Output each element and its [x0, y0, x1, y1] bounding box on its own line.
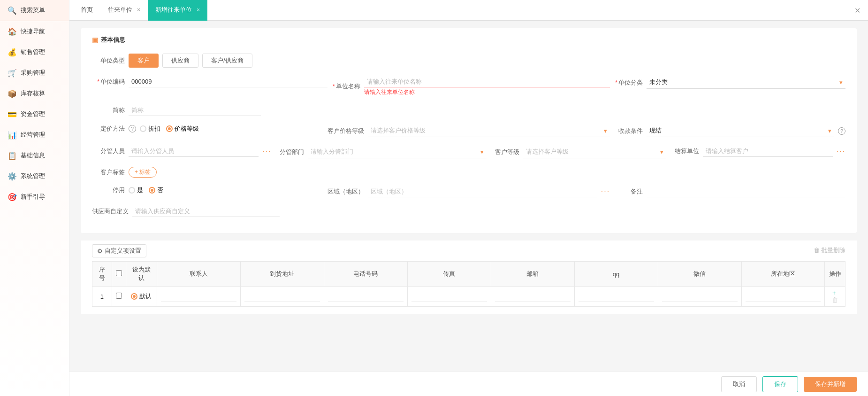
add-tag-button[interactable]: + 标签 — [129, 167, 157, 178]
disable-radio-yes[interactable]: 是 — [129, 186, 143, 194]
customize-button[interactable]: ⚙ 自定义项设置 — [92, 244, 146, 257]
tab-contacts[interactable]: 往来单位 × — [100, 0, 148, 21]
sidebar-item-quicknav[interactable]: 🏠 快捷导航 — [0, 21, 69, 42]
cell-seq: 1 — [92, 287, 112, 307]
region-more-icon[interactable]: ··· — [601, 187, 610, 196]
contact-table-section: ⚙ 自定义项设置 🗑 批量删除 序号 设为默认 联系人 到货地址 电话 — [81, 241, 857, 314]
address-input[interactable] — [244, 291, 320, 302]
tab-add-contact-close[interactable]: × — [197, 7, 200, 13]
sidebar-item-sales[interactable]: 💰 销售管理 — [0, 42, 69, 62]
footer: 取消 保存 保存并新增 — [69, 372, 868, 396]
department-select[interactable]: 请输入分管部门 ▾ — [308, 146, 487, 158]
manager-more-icon[interactable]: ··· — [262, 147, 271, 155]
payment-help-icon[interactable]: ? — [838, 127, 845, 135]
tab-add-contact-label: 新增往来单位 — [155, 6, 192, 14]
window-close-button[interactable]: ✕ — [854, 6, 860, 15]
sales-icon: 💰 — [8, 47, 17, 57]
type-btn-customer[interactable]: 客户 — [129, 54, 159, 68]
sidebar-item-basic[interactable]: 📋 基础信息 — [0, 145, 69, 166]
add-row-icon[interactable]: + — [832, 289, 836, 296]
manager-input[interactable] — [129, 146, 259, 157]
cell-phone — [324, 287, 407, 307]
type-btn-supplier[interactable]: 供应商 — [162, 54, 198, 68]
region-field: 区域（地区） ··· — [327, 186, 610, 197]
unit-type-field: 单位类型 客户 供应商 客户/供应商 — [92, 54, 845, 68]
sidebar-item-purchase[interactable]: 🛒 采购管理 — [0, 62, 69, 83]
radio-level-circle — [166, 125, 173, 132]
delete-row-icon[interactable]: 🗑 — [832, 296, 838, 303]
settlement-unit-input[interactable] — [703, 146, 833, 157]
cell-qq — [574, 287, 658, 307]
chevron-down-icon: ▾ — [839, 79, 843, 86]
remark-input[interactable] — [647, 186, 845, 197]
chevron-down-icon3: ▾ — [828, 127, 831, 134]
sidebar-item-newguide[interactable]: 🎯 新手引导 — [0, 186, 69, 207]
sidebar-item-inventory[interactable]: 📦 库存核算 — [0, 83, 69, 104]
remark-label: 备注 — [610, 187, 643, 196]
customer-level-placeholder: 请选择客户等级 — [526, 148, 569, 156]
email-input[interactable] — [495, 291, 571, 302]
qq-input[interactable] — [579, 291, 654, 302]
tab-home[interactable]: 首页 — [73, 0, 100, 21]
col-phone: 电话号码 — [324, 262, 407, 287]
unit-code-input[interactable] — [129, 76, 327, 87]
type-btn-both[interactable]: 客户/供应商 — [202, 54, 252, 68]
sidebar-item-operations[interactable]: 📊 经营管理 — [0, 124, 69, 145]
section-title: ▣ 基本信息 — [92, 36, 845, 44]
customer-price-select[interactable]: 请选择客户价格等级 ▾ — [368, 124, 610, 137]
customer-price-field: 客户价格等级 请选择客户价格等级 ▾ — [327, 124, 610, 137]
pricing-help-icon[interactable]: ? — [129, 125, 136, 132]
phone-input[interactable] — [328, 291, 404, 302]
fax-input[interactable] — [411, 291, 487, 302]
customer-level-select[interactable]: 请选择客户等级 ▾ — [523, 146, 666, 158]
sidebar-item-search[interactable]: 🔍 搜索菜单 — [0, 0, 69, 21]
wechat-input[interactable] — [662, 291, 738, 302]
row-checkbox[interactable] — [116, 293, 122, 299]
contact-input[interactable] — [161, 291, 236, 302]
customer-price-placeholder: 请选择客户价格等级 — [371, 126, 426, 135]
unit-name-label: 单位名称 — [327, 82, 360, 91]
col-wechat: 微信 — [658, 262, 741, 287]
code-name-row: 单位编码 单位名称 请输入往来单位名称 单位分类 未分类 ▾ — [92, 76, 845, 96]
page-content: ▣ 基本信息 单位类型 客户 供应商 客户/供应商 单位编码 — [69, 21, 868, 372]
tab-add-contact[interactable]: 新增往来单位 × — [148, 0, 207, 21]
unit-category-label: 单位分类 — [610, 78, 643, 87]
unit-name-input[interactable] — [364, 76, 610, 87]
short-name-label: 简称 — [92, 106, 125, 115]
col-contact: 联系人 — [157, 262, 241, 287]
cell-address — [240, 287, 324, 307]
pricing-radio-level[interactable]: 价格等级 — [166, 124, 199, 133]
cell-email — [491, 287, 574, 307]
disable-radio-no[interactable]: 否 — [149, 186, 163, 194]
cancel-button[interactable]: 取消 — [721, 376, 757, 392]
section-icon: ▣ — [92, 36, 98, 44]
cell-region — [741, 287, 825, 307]
default-radio[interactable]: 默认 — [131, 292, 152, 301]
col-qq: qq — [574, 262, 658, 287]
default-label: 默认 — [139, 292, 152, 301]
chevron-down-icon2: ▾ — [604, 127, 607, 134]
sidebar-item-system[interactable]: ⚙️ 系统管理 — [0, 166, 69, 186]
save-button[interactable]: 保存 — [762, 376, 798, 392]
sidebar-item-finance[interactable]: 💳 资金管理 — [0, 104, 69, 124]
pricing-row: 定价方法 ? 折扣 价格等级 客户价格等级 — [92, 124, 845, 137]
short-name-input[interactable] — [129, 105, 261, 116]
chevron-down-icon4: ▾ — [480, 148, 484, 155]
select-all-checkbox[interactable] — [116, 270, 122, 276]
region-input[interactable] — [368, 186, 597, 197]
save-and-new-button[interactable]: 保存并新增 — [804, 377, 857, 392]
radio-yes-circle — [129, 187, 135, 194]
batch-delete-button[interactable]: 🗑 批量删除 — [814, 246, 845, 255]
settlement-more-icon[interactable]: ··· — [837, 147, 845, 155]
settlement-unit-field: 结算单位 ··· — [666, 146, 845, 157]
payment-terms-label: 收款条件 — [610, 127, 643, 135]
sidebar-item-label: 基础信息 — [21, 151, 45, 160]
region-col-input[interactable] — [746, 291, 821, 302]
payment-terms-select[interactable]: 现结 ▾ — [647, 124, 834, 137]
unit-category-select[interactable]: 未分类 ▾ — [647, 76, 845, 89]
supplier-custom-input[interactable] — [132, 206, 280, 217]
col-region: 所在地区 — [741, 262, 825, 287]
tab-contacts-close[interactable]: × — [137, 7, 140, 13]
sidebar-item-label: 采购管理 — [21, 69, 45, 77]
pricing-radio-discount[interactable]: 折扣 — [140, 124, 160, 133]
